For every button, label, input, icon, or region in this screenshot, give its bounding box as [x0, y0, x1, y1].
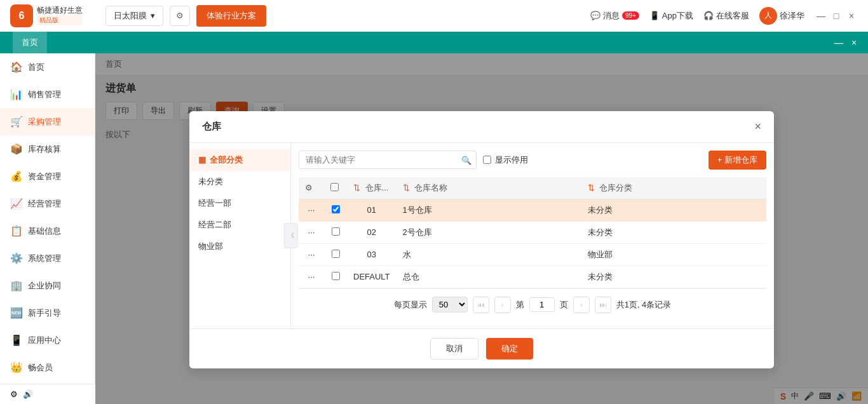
- header-right: 💬 消息 99+ 📱 App下载 🎧 在线客服 人 徐泽华 — □ ×: [590, 7, 858, 25]
- collapse-category-button[interactable]: 《: [284, 223, 298, 248]
- last-page-button[interactable]: ⏭: [595, 297, 611, 313]
- headset-icon: 🎧: [703, 11, 714, 20]
- store-selector[interactable]: 日太阳膜 ▾: [105, 6, 163, 26]
- row-checkbox[interactable]: [332, 272, 340, 280]
- maximize-button[interactable]: □: [830, 10, 843, 22]
- table-row[interactable]: ··· 01 1号仓库 未分类: [299, 199, 766, 221]
- trial-button[interactable]: 体验行业方案: [196, 5, 266, 27]
- category-item-ops1[interactable]: 经营一部: [189, 192, 290, 214]
- sidebar-item-basics[interactable]: 📋 基础信息: [0, 217, 95, 245]
- table-row[interactable]: ··· 03 水 物业部: [299, 243, 766, 266]
- sidebar-item-guide[interactable]: 🆕 新手引导: [0, 299, 95, 327]
- category-item-uncategorized[interactable]: 未分类: [189, 171, 290, 192]
- finance-icon: 💰: [10, 170, 23, 182]
- row-checkbox[interactable]: [332, 227, 340, 236]
- row-checkbox[interactable]: [332, 205, 340, 213]
- operations-icon: 📈: [10, 198, 23, 210]
- settings-button[interactable]: ⚙: [170, 6, 190, 26]
- row-gear[interactable]: ···: [299, 266, 324, 288]
- online-service-item[interactable]: 🎧 在线客服: [703, 10, 749, 22]
- first-page-button[interactable]: ⏮: [473, 297, 489, 313]
- row-gear[interactable]: ···: [299, 243, 324, 266]
- per-page-select[interactable]: 50 100 200: [432, 297, 468, 313]
- store-name: 日太阳膜: [114, 10, 147, 22]
- sidebar-item-guide-label: 新手引导: [28, 307, 61, 319]
- row-gear[interactable]: ···: [299, 199, 324, 221]
- tab-bar-minimize[interactable]: —: [832, 36, 845, 49]
- search-input[interactable]: [299, 151, 477, 169]
- row-num: 03: [347, 243, 397, 266]
- sidebar-item-appcenter-label: 应用中心: [28, 335, 61, 346]
- sidebar-item-home[interactable]: 🏠 首页: [0, 53, 95, 81]
- prev-page-button[interactable]: ‹: [494, 297, 511, 313]
- sidebar-item-sales[interactable]: 📊 销售管理: [0, 81, 95, 108]
- show-disabled-label[interactable]: 显示停用: [483, 154, 528, 166]
- sidebar-item-system[interactable]: ⚙️ 系统管理: [0, 245, 95, 272]
- search-icon[interactable]: 🔍: [461, 155, 471, 165]
- nav-tab-home[interactable]: 首页: [13, 32, 47, 53]
- settings-bottom-icon[interactable]: ⚙: [10, 389, 18, 399]
- add-warehouse-button[interactable]: + 新增仓库: [709, 151, 766, 170]
- tab-bar-close[interactable]: ×: [848, 36, 860, 49]
- sidebar-item-finance[interactable]: 💰 资金管理: [0, 163, 95, 190]
- row-check[interactable]: [324, 266, 347, 288]
- enterprise-icon: 🏢: [10, 279, 23, 292]
- inventory-icon: 📦: [10, 143, 23, 155]
- sidebar-item-purchase[interactable]: 🛒 采购管理: [0, 108, 95, 135]
- select-all-checkbox[interactable]: [330, 183, 339, 191]
- app-download-label: App下载: [662, 10, 693, 22]
- row-check[interactable]: [324, 199, 347, 221]
- row-num: 02: [347, 221, 397, 243]
- category-item-property[interactable]: 物业部: [189, 236, 290, 257]
- modal-header: 仓库 ×: [189, 111, 774, 143]
- online-service-label: 在线客服: [716, 10, 749, 22]
- avatar: 人: [759, 7, 777, 25]
- row-name: 1号仓库: [397, 199, 581, 221]
- home-icon: 🏠: [10, 61, 23, 73]
- search-bar: 🔍 显示停用 + 新增仓库: [299, 151, 766, 170]
- logo-text: 畅捷通好生意: [37, 6, 83, 16]
- confirm-button[interactable]: 确定: [486, 338, 533, 360]
- category-item-ops2[interactable]: 经营二部: [189, 214, 290, 236]
- sidebar-item-appcenter[interactable]: 📱 应用中心: [0, 327, 95, 354]
- table-row[interactable]: ··· 02 2号仓库 未分类: [299, 221, 766, 243]
- close-button[interactable]: ×: [845, 10, 858, 22]
- sidebar-item-home-label: 首页: [28, 62, 44, 73]
- page-label: 第: [516, 299, 524, 311]
- row-check[interactable]: [324, 243, 347, 266]
- right-panel: 🔍 显示停用 + 新增仓库: [291, 143, 774, 328]
- row-check[interactable]: [324, 221, 347, 243]
- row-category: 物业部: [581, 243, 766, 266]
- category-all-label: 全部分类: [210, 154, 243, 166]
- page-suffix: 页: [560, 299, 568, 311]
- user-item[interactable]: 人 徐泽华: [759, 7, 804, 25]
- next-page-button[interactable]: ›: [573, 297, 590, 313]
- app-download-item[interactable]: 📱 App下载: [649, 10, 693, 22]
- modal-close-button[interactable]: ×: [754, 120, 761, 133]
- modal-body: ▦ 全部分类 未分类 经营一部 经营二部 物业部: [189, 143, 774, 328]
- logo-icon: 6: [10, 4, 33, 27]
- show-disabled-text: 显示停用: [495, 154, 528, 166]
- header-middle: 日太阳膜 ▾ ⚙ 体验行业方案: [105, 5, 590, 27]
- show-disabled-checkbox[interactable]: [483, 156, 491, 164]
- minimize-button[interactable]: —: [815, 10, 827, 22]
- page-number-input[interactable]: [529, 297, 555, 312]
- sidebar-item-inventory[interactable]: 📦 库存核算: [0, 135, 95, 163]
- sidebar-item-operations[interactable]: 📈 经营管理: [0, 190, 95, 217]
- row-checkbox[interactable]: [332, 250, 340, 258]
- content-area: 首页 进货单 打印 导出 刷新 查询 设置 按以下 仓库 ×: [95, 53, 868, 404]
- sidebar-item-enterprise[interactable]: 🏢 企业协同: [0, 272, 95, 299]
- cancel-button[interactable]: 取消: [430, 338, 478, 360]
- sidebar-item-finance-label: 资金管理: [28, 171, 61, 182]
- basics-icon: 📋: [10, 225, 23, 237]
- volume-icon[interactable]: 🔊: [23, 389, 33, 399]
- sidebar-item-sales-label: 销售管理: [28, 89, 61, 100]
- table-row[interactable]: ··· DEFAULT 总仓 未分类: [299, 266, 766, 288]
- sidebar-item-member[interactable]: 👑 畅会员: [0, 354, 95, 381]
- message-item[interactable]: 💬 消息 99+: [590, 10, 639, 22]
- category-panel: ▦ 全部分类 未分类 经营一部 经营二部 物业部: [189, 143, 291, 328]
- message-icon: 💬: [590, 11, 600, 20]
- row-gear[interactable]: ···: [299, 221, 324, 243]
- category-all-item[interactable]: ▦ 全部分类: [189, 149, 290, 171]
- sidebar-item-enterprise-label: 企业协同: [28, 280, 61, 292]
